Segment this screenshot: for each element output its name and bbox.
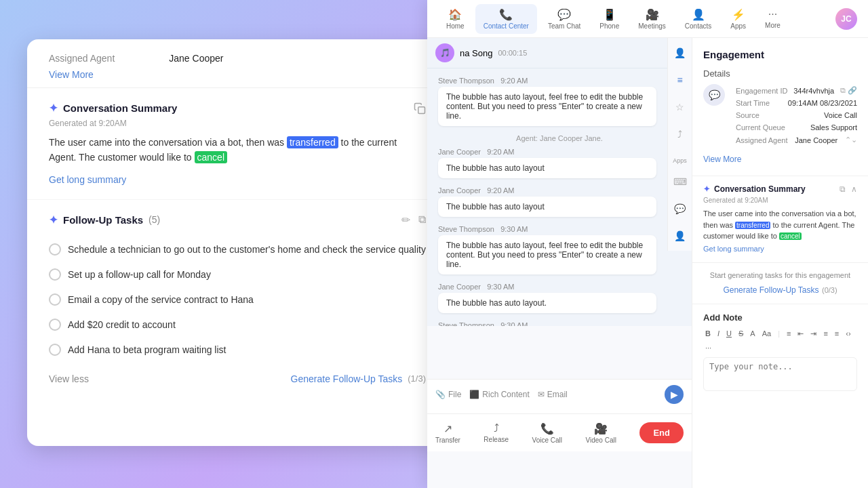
font-size-button[interactable]: Aa: [760, 328, 773, 339]
italic-button[interactable]: I: [715, 328, 722, 339]
user-avatar[interactable]: JC: [835, 8, 857, 30]
chat-message: Steve Thompson 9:30 AM The bubble has au…: [438, 321, 681, 326]
engagement-details: 💬 Engagement ID 344r4vhvhja ⧉ 🔗 Start Ti…: [703, 84, 857, 146]
star-sidebar-icon[interactable]: ☆: [671, 98, 690, 117]
tab-email[interactable]: ✉ Email: [538, 385, 568, 404]
chat-message: Steve Thompson 9:20 AM The bubble has au…: [438, 77, 681, 126]
details-label: Details: [703, 68, 857, 79]
collapse-icon[interactable]: ∧: [851, 184, 857, 194]
align-left-button[interactable]: ≡: [821, 328, 829, 339]
nav-item-home[interactable]: 🏠 Home: [438, 4, 473, 34]
view-more-link[interactable]: View More: [49, 69, 94, 80]
task-check-2[interactable]: [49, 268, 61, 281]
sparkle-icon-2: ✦: [49, 214, 58, 226]
chat-sidebar-icon[interactable]: 💬: [671, 199, 690, 218]
copy-icon-2[interactable]: ⧉: [418, 214, 426, 226]
task-check-4[interactable]: [49, 319, 61, 331]
card-top: Assigned Agent Jane Cooper View More: [27, 39, 448, 88]
add-note-section: Add Note B I U S A Aa | ≡ ⇤ ⇥ ≡ ≡ ‹› ···: [692, 304, 868, 402]
svg-rect-0: [418, 106, 425, 113]
header-icons: ✏ ⧉: [401, 214, 426, 226]
nav-items: 🏠 Home 📞 Contact Center 💬 Team Chat 📱 Ph…: [438, 4, 789, 34]
nav-item-apps[interactable]: ⚡ Apps: [722, 4, 754, 34]
summary-title: ✦ Conversation Summary: [49, 102, 177, 115]
agent-label: Agent: Jane Cooper Jane.: [438, 134, 681, 142]
get-long-summary-link[interactable]: Get long summary: [49, 174, 126, 185]
bottom-bar: ↗ Transfer ⤴ Release 📞 Voice Call 🎥 Vide…: [427, 413, 692, 451]
conv-summary-title: ✦ Conversation Summary: [703, 184, 806, 194]
chat-input-area: 📎 File ⬛ Rich Content ✉ Email ▶: [427, 379, 692, 413]
apps-sidebar-icon[interactable]: ⌨: [671, 172, 690, 191]
team-chat-icon: 💬: [557, 8, 571, 21]
user-sidebar-icon[interactable]: 👤: [671, 43, 690, 62]
tab-rich-content[interactable]: ⬛ Rich Content: [469, 385, 529, 404]
generate-follow-up-link[interactable]: Generate Follow-Up Tasks: [723, 285, 818, 295]
nav-item-meetings[interactable]: 🎥 Meetings: [630, 4, 674, 34]
msg-sender: Steve Thompson 9:20 AM: [438, 77, 681, 85]
send-button[interactable]: ▶: [665, 385, 684, 404]
task-check-1[interactable]: [49, 243, 61, 256]
conv-summary-time: Generated at 9:20AM: [703, 197, 857, 204]
sidebar-icon-strip: 👤 ≡ ☆ ⤴ Apps ⌨ 💬 👤: [667, 38, 692, 251]
summary-generated-at: Generated at 9:20AM: [49, 119, 426, 128]
chat-message: Jane Cooper 9:30 AM The bubble has auto …: [438, 283, 681, 313]
list-item: Add Hana to beta program waiting list: [49, 338, 426, 363]
get-long-summary-sm[interactable]: Get long summary: [703, 245, 764, 253]
edit-icon[interactable]: ✏: [401, 214, 410, 226]
home-icon: 🏠: [448, 8, 462, 21]
detail-row: Assigned Agent Jane Cooper ⌃⌄: [736, 134, 857, 146]
tab-transfer[interactable]: ↗ Transfer: [435, 422, 460, 444]
list-sidebar-icon[interactable]: ≡: [671, 70, 690, 89]
cancel-highlight-sm: cancel: [779, 232, 802, 240]
task-check-5[interactable]: [49, 344, 61, 356]
divider-1: |: [776, 328, 782, 339]
follow-up-section: ✦ Follow-Up Tasks (5) ✏ ⧉ Schedule a tec…: [27, 200, 448, 398]
msg-sender: Steve Thompson 9:30 AM: [438, 321, 681, 326]
rich-content-icon: ⬛: [469, 390, 479, 399]
msg-sender: Jane Cooper 9:20 AM: [438, 186, 681, 195]
more-formatting-button[interactable]: ···: [703, 342, 713, 353]
chat-area[interactable]: Steve Thompson 9:20 AM The bubble has au…: [427, 68, 692, 326]
list-item: Schedule a technician to go out to the c…: [49, 237, 426, 262]
tab-release[interactable]: ⤴ Release: [484, 422, 509, 443]
underline-button[interactable]: U: [724, 328, 734, 339]
bold-button[interactable]: B: [703, 328, 713, 339]
generate-follow-up-btn[interactable]: Generate Follow-Up Tasks (1/3): [291, 373, 426, 384]
summary-header: ✦ Conversation Summary: [49, 102, 426, 115]
indent-left-button[interactable]: ⇤: [795, 328, 806, 340]
note-input[interactable]: [703, 357, 857, 391]
copy-icon[interactable]: [414, 102, 426, 115]
video-call-icon: 🎥: [594, 422, 608, 435]
transferred-highlight-sm: transferred: [735, 222, 770, 229]
nav-item-team-chat[interactable]: 💬 Team Chat: [540, 4, 589, 34]
summary-text: The user came into the conversation via …: [49, 135, 426, 165]
copy-icon-sm[interactable]: ⧉: [840, 184, 846, 194]
right-panel: 🏠 Home 📞 Contact Center 💬 Team Chat 📱 Ph…: [427, 0, 868, 488]
strikethrough-button[interactable]: S: [736, 328, 745, 339]
indent-right-button[interactable]: ⇥: [808, 328, 818, 340]
nav-item-contact-center[interactable]: 📞 Contact Center: [475, 4, 537, 34]
tab-file[interactable]: 📎 File: [435, 385, 461, 404]
engagement-section: Engagement Details 💬 Engagement ID 344r4…: [692, 38, 868, 176]
file-icon: 📎: [435, 390, 446, 399]
add-note-title: Add Note: [703, 312, 857, 323]
task-check-3[interactable]: [49, 293, 61, 306]
list-button[interactable]: ≡: [785, 328, 793, 339]
nav-item-contacts[interactable]: 👤 Contacts: [677, 4, 719, 34]
tab-voice-call[interactable]: 📞 Voice Call: [532, 422, 562, 444]
nav-item-phone[interactable]: 📱 Phone: [591, 4, 627, 34]
align-center-button[interactable]: ≡: [833, 328, 841, 339]
end-button[interactable]: End: [639, 422, 684, 443]
person-sidebar-icon[interactable]: 👤: [671, 226, 690, 245]
section-footer: View less Generate Follow-Up Tasks (1/3): [49, 373, 426, 384]
msg-bubble: The bubble has auto layout: [438, 158, 656, 178]
view-more-link-sidebar[interactable]: View More: [703, 155, 741, 164]
share-sidebar-icon[interactable]: ⤴: [671, 125, 690, 144]
meetings-icon: 🎥: [646, 8, 659, 21]
view-less-link[interactable]: View less: [49, 373, 89, 384]
tab-video-call[interactable]: 🎥 Video Call: [586, 422, 616, 444]
color-button[interactable]: A: [748, 328, 757, 339]
code-button[interactable]: ‹›: [844, 328, 852, 339]
nav-item-more[interactable]: ··· More: [757, 4, 789, 33]
engagement-type-icon: 💬: [703, 84, 725, 106]
